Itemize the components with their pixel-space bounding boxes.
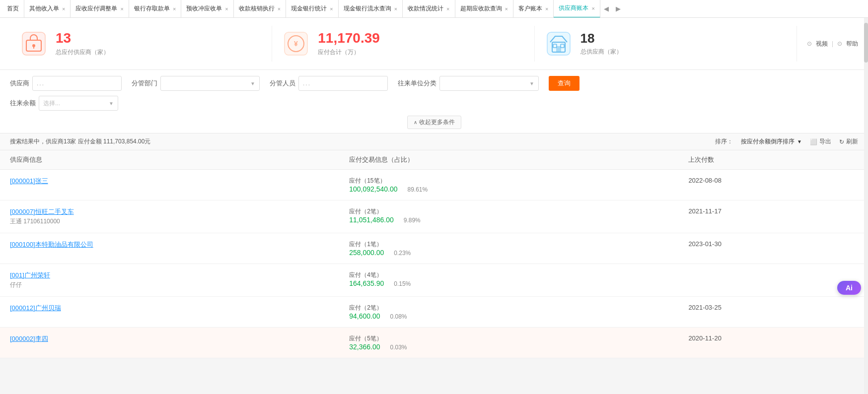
nav-tab-cash-bank-stat[interactable]: 现金银行统计 ×	[286, 0, 338, 18]
filter-unit-class: 往来单位分类 ▼	[398, 76, 539, 91]
amount-icon: ¥	[282, 30, 310, 58]
nav-tab-label: 超期应收款查询	[460, 4, 502, 13]
supplier-info-4: [000012]广州贝瑞	[10, 304, 349, 313]
result-info: 搜索结果中，供应商13家 应付金额 111,703,854.00元	[10, 137, 150, 146]
nav-next-arrow[interactable]: ▶	[612, 0, 624, 18]
unit-class-select[interactable]: ▼	[439, 76, 539, 91]
supplier-code-1: [000007]	[10, 208, 35, 215]
nav-tab-receipt-verify[interactable]: 收款核销执行 ×	[234, 0, 286, 18]
supplier-code-4: [000012]	[10, 304, 35, 312]
tx-label-1: 应付（2笔）	[349, 207, 688, 216]
collapse-button[interactable]: ∧ 收起更多条件	[407, 116, 461, 129]
close-icon[interactable]: ×	[173, 6, 176, 12]
card2-number: 11,170.39	[318, 31, 380, 46]
ai-button[interactable]: Ai	[837, 281, 861, 295]
tx-pct-1: 9.89%	[404, 217, 421, 224]
export-label: 导出	[819, 137, 831, 146]
close-icon[interactable]: ×	[591, 5, 594, 11]
table-row: [000007]恒旺二手叉车 王通 17106110000 应付（2笔） 11,…	[0, 200, 868, 233]
nav-prev-arrow[interactable]: ◀	[600, 0, 612, 18]
supplier-input[interactable]: ...	[32, 76, 122, 91]
supplier-code-3: [001]	[10, 271, 24, 279]
nav-tab-advance-offset[interactable]: 预收冲应收单 ×	[181, 0, 233, 18]
result-bar: 搜索结果中，供应商13家 应付金额 111,703,854.00元 排序： 按应…	[0, 133, 868, 150]
tx-amount-1[interactable]: 11,051,486.00	[349, 216, 394, 224]
supplier-name-1: 恒旺二手叉车	[35, 208, 74, 215]
nav-tab-other-income[interactable]: 其他收入单 ×	[24, 0, 71, 18]
tx-pct-3: 0.15%	[394, 280, 411, 287]
last-pay-5: 2020-11-20	[688, 334, 858, 342]
nav-tab-bank-deposit[interactable]: 银行存取款单 ×	[129, 0, 181, 18]
tx-amount-0[interactable]: 100,092,540.00	[349, 185, 397, 193]
refresh-button[interactable]: ↻ 刷新	[839, 137, 858, 146]
summary-text-card1: 13 总应付供应商（家）	[56, 31, 109, 57]
tx-amount-3[interactable]: 164,635.90	[349, 279, 384, 287]
table-row: [000100]本特勤油品有限公司 应付（1笔） 258,000.00 0.23…	[0, 233, 868, 264]
dept-filter-label: 分管部门	[132, 79, 157, 88]
table-row: [000002]李四 应付（5笔） 32,366.00 0.03% 2020-1…	[0, 328, 868, 358]
supplier-link-5[interactable]: [000002]李四	[10, 334, 349, 343]
supplier-link-2[interactable]: [000100]本特勤油品有限公司	[10, 240, 349, 249]
nav-tab-ap-adjust[interactable]: 应收应付调整单 ×	[71, 0, 129, 18]
tx-info-5: 应付（5笔） 32,366.00 0.03%	[349, 334, 688, 351]
close-icon[interactable]: ×	[394, 6, 397, 12]
close-icon[interactable]: ×	[330, 6, 333, 12]
export-icon: ⬜	[810, 138, 817, 145]
tx-pct-4: 0.08%	[390, 313, 407, 320]
nav-tab-overdue-query[interactable]: 超期应收款查询 ×	[455, 0, 513, 18]
close-icon[interactable]: ×	[545, 6, 548, 12]
circle-icon: ⊙	[807, 40, 812, 47]
balance-placeholder: 选择...	[43, 99, 60, 108]
nav-tab-supplier-account[interactable]: 供应商账本 ×	[554, 0, 600, 18]
supplier-info-2: [000100]本特勤油品有限公司	[10, 240, 349, 249]
filter-row-1: 供应商 ... 分管部门 ▼ 分管人员 ... 往来单位分类 ▼	[10, 76, 858, 91]
nav-tab-label: 现金银行统计	[291, 4, 327, 13]
tx-row-5: 32,366.00 0.03%	[349, 343, 688, 351]
chevron-down-icon2: ▼	[529, 81, 534, 86]
chevron-down-icon: ▼	[250, 81, 255, 86]
tx-amount-2[interactable]: 258,000.00	[349, 249, 384, 257]
scrollbar-thumb[interactable]	[864, 23, 868, 63]
tx-amount-5[interactable]: 32,366.00	[349, 343, 380, 351]
nav-tab-cash-bank-flow[interactable]: 现金银行流水查询 ×	[339, 0, 403, 18]
nav-tab-label: 其他收入单	[29, 4, 59, 13]
close-icon[interactable]: ×	[446, 6, 449, 12]
supplier-payable-icon	[20, 30, 48, 58]
nav-tab-label: 供应商账本	[559, 4, 588, 12]
sort-value[interactable]: 按应付余额倒序排序 ▼	[741, 137, 802, 146]
nav-tab-receipt-stat[interactable]: 收款情况统计 ×	[403, 0, 455, 18]
close-icon[interactable]: ×	[62, 6, 65, 12]
tx-amount-4[interactable]: 94,600.00	[349, 312, 380, 320]
dept-select[interactable]: ▼	[160, 76, 260, 91]
supplier-dots: ...	[37, 80, 45, 87]
close-icon[interactable]: ×	[120, 6, 123, 12]
export-button[interactable]: ⬜ 导出	[810, 137, 831, 146]
balance-filter-label: 往来余额	[10, 99, 36, 108]
top-nav: 首页 其他收入单 × 应收应付调整单 × 银行存取款单 × 预收冲应收单 × 收…	[0, 0, 868, 18]
balance-select[interactable]: 选择... ▼	[39, 96, 118, 111]
supplier-name-0: 张三	[35, 177, 48, 185]
search-button[interactable]: 查询	[549, 76, 579, 91]
close-icon[interactable]: ×	[225, 6, 228, 12]
supplier-sub-3: 仔仔	[10, 281, 349, 289]
last-pay-0: 2022-08-08	[688, 177, 858, 184]
close-icon[interactable]: ×	[278, 6, 281, 12]
video-link[interactable]: 视频	[816, 40, 828, 48]
nav-tab-home[interactable]: 首页	[2, 0, 24, 18]
supplier-link-0[interactable]: [000001]张三	[10, 177, 349, 186]
supplier-link-4[interactable]: [000012]广州贝瑞	[10, 304, 349, 313]
refresh-icon: ↻	[839, 138, 844, 145]
person-input[interactable]: ...	[298, 76, 388, 91]
nav-tab-customer-account[interactable]: 客户账本 ×	[513, 0, 554, 18]
supplier-link-1[interactable]: [000007]恒旺二手叉车	[10, 207, 349, 216]
tx-info-2: 应付（1笔） 258,000.00 0.23%	[349, 240, 688, 257]
help-link[interactable]: 帮助	[846, 40, 858, 48]
tx-row-0: 100,092,540.00 89.61%	[349, 185, 688, 193]
circle-icon2: ⊙	[837, 40, 842, 47]
table-row: [000001]张三 应付（15笔） 100,092,540.00 89.61%…	[0, 170, 868, 200]
close-icon[interactable]: ×	[505, 6, 508, 12]
tx-label-4: 应付（2笔）	[349, 304, 688, 312]
supplier-link-3[interactable]: [001]广州荣轩	[10, 271, 349, 280]
card1-label: 总应付供应商（家）	[56, 48, 109, 57]
scrollbar[interactable]	[864, 18, 868, 358]
